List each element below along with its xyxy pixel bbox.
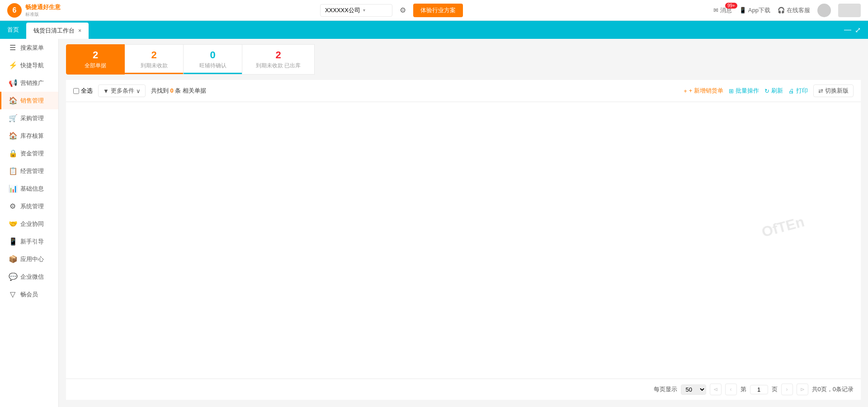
batch-operation-button[interactable]: ⊞ 批量操作 <box>729 87 759 95</box>
select-all-input[interactable] <box>73 88 79 94</box>
per-page-select[interactable]: 20 50 100 200 <box>681 384 706 395</box>
last-page-button[interactable]: ⊳ <box>797 384 808 395</box>
new-guide-icon: 📱 <box>9 237 17 246</box>
stat-tab-all[interactable]: 2 全部单据 <box>66 44 125 75</box>
toolbar: 全选 ▼ 更多条件 ∨ 共找到 0 条 相关单据 + + 新增销货单 <box>66 80 861 102</box>
page-unit: 页 <box>772 385 778 393</box>
sidebar-label-quick-nav: 快捷导航 <box>20 61 44 70</box>
page-number-input[interactable] <box>750 385 768 394</box>
batch-label: 批量操作 <box>736 87 759 95</box>
sidebar-label-search-menu: 搜索菜单 <box>20 44 44 52</box>
stat-tab-wangwang[interactable]: 0 旺辅待确认 <box>184 44 242 75</box>
refresh-button[interactable]: ↻ 刷新 <box>764 87 783 95</box>
sidebar-item-new-guide[interactable]: 📱 新手引导 <box>0 233 58 250</box>
sidebar-item-inventory[interactable]: 🏠 库存核算 <box>0 127 58 145</box>
print-button[interactable]: 🖨 打印 <box>788 87 808 95</box>
switch-version-button[interactable]: ⇄ 切换新版 <box>813 84 854 97</box>
sidebar-item-base-info[interactable]: 📊 基础信息 <box>0 180 58 197</box>
stats-tabs: 2 全部单据 2 到期未收款 0 旺辅待确认 2 到期未收款 已出库 <box>59 39 868 75</box>
message-icon: ✉ <box>713 7 718 14</box>
sidebar-label-enterprise-wechat: 企业微信 <box>20 273 44 281</box>
stat-count-overdue-unpaid: 2 <box>134 49 174 61</box>
enterprise-wechat-icon: 💬 <box>9 272 17 281</box>
prev-page-button[interactable]: ‹ <box>725 384 737 395</box>
logo-text: 畅捷通好生意 标准版 <box>25 3 61 18</box>
table-area <box>73 102 854 379</box>
logo-title: 畅捷通好生意 <box>25 3 61 11</box>
tab-active[interactable]: 钱货日清工作台 × <box>26 23 89 39</box>
marketing-icon: 📢 <box>9 79 17 87</box>
app-download-button[interactable]: 📱 App下载 <box>739 6 770 14</box>
sidebar-item-quick-nav[interactable]: ⚡ 快捷导航 <box>0 56 58 74</box>
online-service-label: 在线客服 <box>787 6 810 14</box>
print-label: 打印 <box>796 87 808 95</box>
tab-maximize-icon[interactable]: ⤢ <box>855 26 861 34</box>
sidebar-label-base-info: 基础信息 <box>20 185 44 193</box>
first-page-button[interactable]: ⊲ <box>710 384 722 395</box>
sidebar-label-inventory: 库存核算 <box>20 132 44 140</box>
enterprise-coop-icon: 🤝 <box>9 220 17 228</box>
inventory-icon: 🏠 <box>9 131 17 140</box>
tab-home[interactable]: 首页 <box>0 21 26 39</box>
tab-minimize-icon[interactable]: — <box>844 26 851 34</box>
stat-count-overdue-not-shipped: 2 <box>251 49 305 61</box>
sidebar-item-system-mgmt[interactable]: ⚙ 系统管理 <box>0 197 58 215</box>
filter-label: 更多条件 <box>111 87 134 95</box>
message-button[interactable]: ✉ 消息 99+ <box>713 6 732 14</box>
purchase-mgmt-icon: 🛒 <box>9 114 17 122</box>
sidebar-item-enterprise-coop[interactable]: 🤝 企业协同 <box>0 215 58 233</box>
tab-home-label: 首页 <box>7 26 19 34</box>
sidebar-label-enterprise-coop: 企业协同 <box>20 220 44 228</box>
settings-button[interactable]: ⚙ <box>396 4 410 17</box>
sidebar-item-marketing[interactable]: 📢 营销推广 <box>0 74 58 92</box>
chevron-down-icon: ▾ <box>363 8 365 13</box>
sidebar-item-purchase-mgmt[interactable]: 🛒 采购管理 <box>0 109 58 127</box>
stat-label-overdue-unpaid: 到期未收款 <box>134 62 174 70</box>
sidebar-item-sales-mgmt[interactable]: 🏠 销售管理 <box>0 92 58 109</box>
switch-label: 切换新版 <box>825 87 849 95</box>
sidebar-item-vip-member[interactable]: ▽ 畅会员 <box>0 285 58 303</box>
refresh-icon: ↻ <box>764 88 769 94</box>
online-service-button[interactable]: 🎧 在线客服 <box>778 6 810 14</box>
app-icon: 📱 <box>739 7 746 14</box>
sales-mgmt-icon: 🏠 <box>9 96 17 105</box>
add-icon: + <box>684 88 687 94</box>
sidebar-item-capital-mgmt[interactable]: 🔒 资金管理 <box>0 145 58 162</box>
vip-member-icon: ▽ <box>9 290 17 299</box>
top-header: 6 畅捷通好生意 标准版 XXXXXX公司 ▾ ⚙ 体验行业方案 ✉ 消息 99… <box>0 0 868 21</box>
sidebar-item-ops-mgmt[interactable]: 📋 经营管理 <box>0 162 58 180</box>
sidebar-item-enterprise-wechat[interactable]: 💬 企业微信 <box>0 268 58 285</box>
experience-button[interactable]: 体验行业方案 <box>413 4 463 17</box>
content-area: 2 全部单据 2 到期未收款 0 旺辅待确认 2 到期未收款 已出库 <box>59 39 868 407</box>
company-name: XXXXXX公司 <box>325 6 360 14</box>
sidebar-label-ops-mgmt: 经营管理 <box>20 167 44 175</box>
stat-tab-overdue-unpaid[interactable]: 2 到期未收款 <box>125 44 184 75</box>
tab-close-icon[interactable]: × <box>78 28 81 34</box>
sidebar: ☰ 搜索菜单 ⚡ 快捷导航 📢 营销推广 🏠 销售管理 🛒 采购管理 🏠 库存核… <box>0 39 59 407</box>
quick-nav-icon: ⚡ <box>9 61 17 70</box>
next-page-button[interactable]: › <box>781 384 793 395</box>
select-all-label: 全选 <box>81 87 93 95</box>
sidebar-item-search-menu[interactable]: ☰ 搜索菜单 <box>0 39 58 56</box>
sidebar-label-vip-member: 畅会员 <box>20 290 38 299</box>
select-all-checkbox[interactable]: 全选 <box>73 87 93 95</box>
sidebar-label-marketing: 营销推广 <box>20 79 44 87</box>
add-sales-order-button[interactable]: + + 新增销货单 <box>684 87 723 95</box>
found-count: 0 <box>170 87 174 94</box>
filter-button[interactable]: ▼ 更多条件 ∨ <box>98 84 146 97</box>
sidebar-label-system-mgmt: 系统管理 <box>20 202 44 211</box>
logo-area: 6 畅捷通好生意 标准版 <box>7 3 61 18</box>
avatar[interactable] <box>817 4 831 17</box>
header-right: ✉ 消息 99+ 📱 App下载 🎧 在线客服 <box>713 4 861 17</box>
tab-bar: 首页 钱货日清工作台 × — ⤢ <box>0 21 868 39</box>
stat-count-all: 2 <box>75 49 115 61</box>
per-page-label: 每页显示 <box>654 385 677 393</box>
sidebar-item-app-center[interactable]: 📦 应用中心 <box>0 250 58 268</box>
logo-icon: 6 <box>7 3 22 18</box>
user-menu[interactable] <box>838 4 861 17</box>
company-selector[interactable]: XXXXXX公司 ▾ <box>320 4 392 17</box>
stat-tab-overdue-not-shipped[interactable]: 2 到期未收款 已出库 <box>242 44 315 75</box>
sidebar-label-new-guide: 新手引导 <box>20 238 44 246</box>
filter-icon: ▼ <box>103 88 109 94</box>
content-box: 全选 ▼ 更多条件 ∨ 共找到 0 条 相关单据 + + 新增销货单 <box>66 80 861 379</box>
